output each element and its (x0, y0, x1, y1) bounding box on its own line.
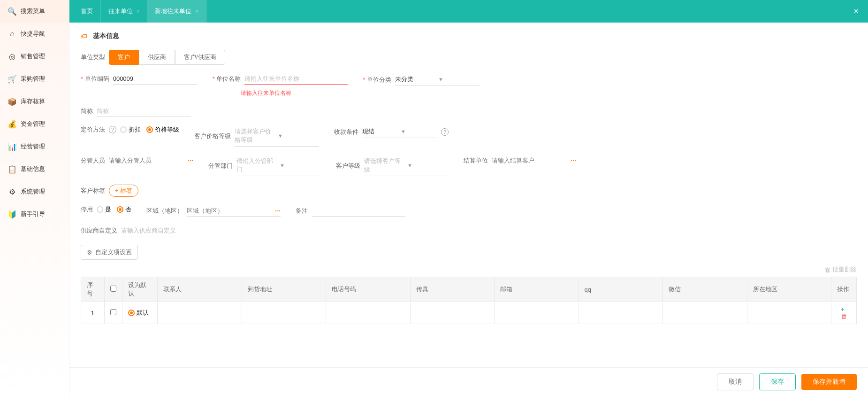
batch-delete-label[interactable]: 批量删除 (832, 265, 857, 274)
customer-price-level-select[interactable]: 请选择客户价格等级 ▼ (235, 125, 319, 147)
row-address (242, 302, 326, 324)
tab-partner-list[interactable]: 往来单位 × (101, 0, 147, 23)
save-and-new-button[interactable]: 保存并新增 (801, 374, 857, 390)
customer-level-select[interactable]: 请选择客户等级 ▼ (364, 155, 449, 176)
pricing-option-discount[interactable]: 折扣 (120, 125, 141, 134)
email-input[interactable] (500, 310, 573, 317)
radio-level (146, 126, 153, 133)
remark-input[interactable] (312, 205, 405, 217)
abbr-row: 简称 (81, 106, 857, 117)
unit-category-label: 单位分类 (363, 76, 391, 84)
unit-btn-supplier[interactable]: 供应商 (139, 50, 175, 65)
payment-help-icon[interactable]: ? (441, 128, 449, 136)
unit-type-row: 单位类型 客户 供应商 客户/供应商 (81, 50, 857, 65)
batch-delete-area: 🗑 批量删除 (81, 265, 857, 274)
supplier-custom-row: 供应商自定义 (81, 225, 857, 236)
address-input[interactable] (248, 310, 320, 317)
bag-icon: 🛒 (8, 74, 17, 84)
close-all-button[interactable]: × (848, 7, 864, 16)
phone-input[interactable] (332, 310, 404, 317)
abbr-field: 简称 (81, 106, 190, 117)
contact-input[interactable] (163, 310, 236, 317)
unit-type-field: 单位类型 客户 供应商 客户/供应商 (81, 50, 225, 65)
supplier-custom-input[interactable] (121, 225, 252, 236)
sidebar-item-quick-nav[interactable]: ⌂ 快捷导航 (0, 23, 69, 45)
chart-icon: 📊 (8, 142, 17, 151)
manager-more-btn[interactable]: ··· (188, 157, 193, 164)
trash-icon: 🗑 (824, 266, 830, 273)
cancel-button[interactable]: 取消 (717, 373, 754, 390)
section-header: 🏷 基本信息 (81, 32, 857, 40)
row-qq (579, 302, 663, 324)
wechat-input[interactable] (669, 310, 741, 317)
unit-btn-customer[interactable]: 客户 (109, 50, 139, 65)
sidebar-item-funds[interactable]: 💰 资金管理 (0, 113, 69, 135)
tab-close-partner-list[interactable]: × (137, 8, 139, 14)
row-contact (158, 302, 242, 324)
sidebar-item-sales[interactable]: ◎ 销售管理 (0, 45, 69, 68)
manager-input[interactable] (109, 155, 188, 166)
region-input-group: ··· (187, 205, 281, 217)
sidebar-item-purchase[interactable]: 🛒 采购管理 (0, 68, 69, 90)
settlement-input[interactable] (492, 155, 571, 166)
section-title: 基本信息 (93, 32, 119, 40)
pricing-option-level[interactable]: 价格等级 (146, 125, 179, 134)
tab-new-partner[interactable]: 新增往来单位 × (147, 0, 206, 23)
remark-label: 备注 (296, 207, 308, 215)
abbr-input[interactable] (97, 106, 190, 117)
manager-input-group: ··· (109, 155, 193, 166)
disabled-yes[interactable]: 是 (97, 205, 111, 214)
disabled-no[interactable]: 否 (117, 205, 131, 214)
row-action: + 🗑 (831, 302, 857, 324)
save-button[interactable]: 保存 (759, 373, 796, 390)
qq-input[interactable] (585, 310, 657, 317)
disabled-row: 停用 是 否 区域（地区） ··· (81, 205, 857, 217)
dept-select[interactable]: 请输入分管部门 ▼ (236, 155, 321, 176)
row-default-radio[interactable]: 默认 (128, 309, 152, 317)
add-tag-button[interactable]: + 标签 (109, 185, 138, 197)
tab-close-new-partner[interactable]: × (195, 8, 198, 14)
pricing-method-label: 定价方法 (81, 125, 105, 134)
settlement-input-group: ··· (492, 155, 576, 166)
sidebar-item-guide[interactable]: 🔰 新手引导 (0, 203, 69, 225)
region-label: 区域（地区） (146, 207, 183, 215)
select-all-checkbox[interactable] (110, 286, 116, 292)
settlement-more-btn[interactable]: ··· (571, 157, 576, 164)
main-area: 首页 往来单位 × 新增往来单位 × × 🏷 基本信息 单位类型 客户 供应商 … (69, 0, 868, 396)
payment-terms-label: 收款条件 (334, 128, 358, 136)
delete-row-btn[interactable]: 🗑 (841, 313, 847, 320)
customer-tag-label: 客户标签 (81, 186, 105, 195)
row-region-input[interactable] (753, 310, 826, 317)
sidebar-item-basic-info[interactable]: 📋 基础信息 (0, 158, 69, 180)
home-icon: ⌂ (8, 29, 17, 39)
supplier-custom-label: 供应商自定义 (81, 226, 117, 235)
unit-name-label: 单位名称 (213, 75, 241, 83)
pricing-help-icon[interactable]: ? (109, 126, 116, 133)
guide-icon: 🔰 (8, 210, 17, 219)
unit-category-select[interactable]: 未分类 ▼ (395, 73, 480, 86)
contact-table: 序号 设为默认 联系人 到货地址 电话号码 传真 邮箱 qq 微信 所在地区 操… (81, 277, 857, 324)
sidebar-item-system[interactable]: ⚙ 系统管理 (0, 180, 69, 203)
payment-terms-select[interactable]: 现结 ▼ (362, 125, 437, 138)
unit-name-input[interactable] (244, 73, 348, 85)
sidebar-item-operations[interactable]: 📊 经营管理 (0, 135, 69, 158)
list-icon: 📋 (8, 164, 17, 174)
col-check (104, 277, 122, 302)
customer-tag-field: 客户标签 + 标签 (81, 185, 138, 197)
sidebar-search[interactable]: 🔍 搜索菜单 (0, 0, 69, 23)
row-checkbox[interactable] (110, 309, 116, 315)
custom-settings-button[interactable]: ⚙ 自定义项设置 (81, 245, 138, 260)
region-more-btn[interactable]: ··· (275, 207, 281, 215)
fax-input[interactable] (416, 310, 489, 317)
manager-field: 分管人员 ··· (81, 155, 193, 166)
chevron-down-icon-level: ▼ (407, 163, 449, 168)
region-input[interactable] (187, 205, 275, 216)
add-row-btn[interactable]: + (841, 306, 845, 313)
unit-code-input[interactable] (113, 73, 198, 85)
unit-btn-both[interactable]: 客户/供应商 (175, 50, 225, 65)
col-contact: 联系人 (158, 277, 242, 302)
sidebar-item-inventory[interactable]: 📦 库存核算 (0, 90, 69, 113)
chevron-down-icon-dept: ▼ (280, 163, 321, 168)
manager-row: 分管人员 ··· 分管部门 请输入分管部门 ▼ 客户等级 请选择客户等级 ▼ (81, 155, 857, 176)
tab-home[interactable]: 首页 (73, 0, 101, 23)
